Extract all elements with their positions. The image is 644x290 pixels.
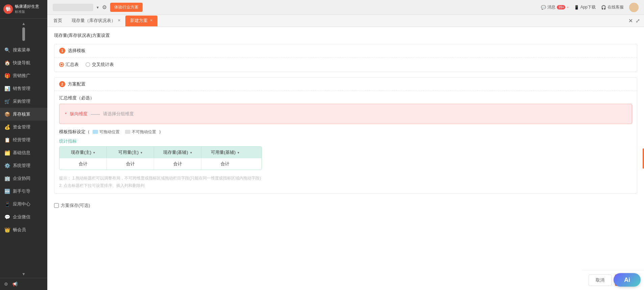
sidebar-item-inventory[interactable]: 📦 库存核算 [0,108,47,121]
stats-table-header: 现存量(主) ▾ 可用量(主) ▾ 现存量(基辅) ▾ [59,147,262,158]
sidebar-bottom[interactable]: ⚙ 📢 [0,278,47,290]
tab-new-scheme[interactable]: 新建方案 ✕ [125,16,157,26]
sidebar-item-finance[interactable]: 💰 资金管理 [0,121,47,134]
scroll-thumb [22,27,25,41]
sidebar-scroll-top[interactable]: ▲ [0,19,47,44]
sidebar-item-purchase[interactable]: 🛒 采购管理 [0,95,47,108]
sidebar-item-app-center[interactable]: 📱 应用中心 [0,198,47,211]
section2-body: 汇总维度（必选） * 纵向维度 —— 请选择分组维度 模板指标设定（ [54,91,637,193]
money-icon: 💰 [4,124,10,130]
topbar-left: ▾ ⚙ 体验行业方案 [53,3,143,12]
sidebar-item-basic-info[interactable]: 🗂️ 基础信息 [0,146,47,159]
sidebar-item-enterprise[interactable]: 🏢 企业协同 [0,172,47,185]
cancel-button[interactable]: 取消 [589,274,612,286]
radio-summary-label: 汇总表 [66,62,79,68]
radio-summary[interactable]: 汇总表 [59,62,79,68]
scroll-up-icon[interactable]: ▲ [22,21,26,26]
indicator-legend: 可拖动位置 不可拖动位置 [93,129,156,135]
stats-col-available-main-label: 可用量(主) [118,149,139,155]
sidebar-item-label: 销售管理 [13,86,30,92]
dropdown-icon[interactable]: ▾ [97,5,99,10]
customer-service-item[interactable]: 🎧 在线客服 [601,4,624,10]
main-area: ▾ ⚙ 体验行业方案 💬 消息 99+ + 📱 App下载 🎧 在线客服 [47,0,644,290]
topbar-gear-icon[interactable]: ⚙ [102,4,107,10]
app-name: 畅康通好生意 [15,4,39,9]
sidebar-item-search[interactable]: 🔍 搜索菜单 [0,44,47,56]
chevron-down-icon-1[interactable]: ▾ [141,151,142,154]
save-checkbox[interactable] [54,203,59,208]
tab-new-scheme-close-icon[interactable]: ✕ [150,18,153,23]
tab-inventory-status[interactable]: 现存量（库存状况表） ✕ [67,16,125,26]
radio-crosstab-label: 交叉统计表 [92,62,114,68]
tab-close-icon[interactable]: ✕ [628,18,633,24]
sidebar-item-wechat[interactable]: 💬 企业微信 [0,211,47,223]
app-download-item[interactable]: 📱 App下载 [574,4,596,10]
sidebar-scroll-bottom[interactable]: ▼ [0,270,47,278]
headset-icon: 🎧 [601,5,606,10]
radio-crosstab[interactable]: 交叉统计表 [85,62,114,68]
content-area: 现存量(库存状况表)方案设置 1 选择模板 汇总表 交叉统计表 [47,27,644,290]
chart-icon: 📊 [4,86,10,92]
sidebar-item-system[interactable]: ⚙️ 系统管理 [0,159,47,172]
app-logo: 畅 畅康通好生意 标准版 [0,0,47,19]
tab-inventory-label: 现存量（库存状况表） [72,18,116,24]
sidebar-item-member[interactable]: 👑 畅会员 [0,223,47,236]
sidebar-item-quick-nav[interactable]: 🏠 快捷导航 [0,56,47,69]
chevron-down-icon-3[interactable]: ▾ [238,151,239,154]
section-select-template: 1 选择模板 汇总表 交叉统计表 [54,44,637,72]
tab-inventory-close-icon[interactable]: ✕ [118,18,121,23]
save-option: 方案保存(可选) [54,199,637,212]
chat-icon: 💬 [4,214,10,220]
section2-badge: 2 [59,81,65,87]
sidebar-item-label: 营销推广 [13,73,30,79]
search-input[interactable] [53,4,93,11]
settings-icon[interactable]: ⚙ [4,282,8,287]
messages-badge: 99+ [557,5,565,9]
tab-expand-icon[interactable]: ⤢ [636,18,640,24]
dim-label-text: 汇总维度（必选） [59,95,94,100]
stats-col-current-aux[interactable]: 现存量(基辅) ▾ [154,147,201,158]
messages-item[interactable]: 💬 消息 99+ + [541,4,568,10]
tip-1: 提示： 1.拖动标题栏可以调整布局，不可跨维度或指标区域拖动栏目字段(只能在同一… [59,175,632,182]
topbar: ▾ ⚙ 体验行业方案 💬 消息 99+ + 📱 App下载 🎧 在线客服 [47,0,644,15]
app-edition: 标准版 [15,9,39,14]
sidebar-item-new-guide[interactable]: 🆕 新手引导 [0,185,47,198]
dim-divider: —— [91,112,100,117]
dim-box[interactable]: * 纵向维度 —— 请选择分组维度 [59,104,632,124]
legend-fixed-box [125,130,130,134]
speaker-icon[interactable]: 📢 [12,282,18,287]
gift-icon: 🎁 [4,73,10,79]
sidebar-item-label: 企业微信 [13,214,30,220]
stats-table-body: 合计 合计 合计 合计 [59,158,262,170]
sidebar-item-operations[interactable]: 📋 经营管理 [0,134,47,146]
user-avatar[interactable] [629,3,639,12]
industry-btn[interactable]: 体验行业方案 [110,3,143,12]
chevron-down-icon-0[interactable]: ▾ [93,151,95,154]
sidebar-item-sales[interactable]: 📊 销售管理 [0,82,47,95]
customer-service-label: 在线客服 [608,4,624,10]
stats-col-available-aux[interactable]: 可用量(基辅) ▾ [201,147,249,158]
dim-placeholder: 请选择分组维度 [103,111,134,117]
sidebar-item-label: 系统管理 [13,163,30,169]
sidebar-item-label: 采购管理 [13,98,30,104]
sidebar-item-label: 企业协同 [13,175,30,182]
legend-fixed-label: 不可拖动位置 [132,129,156,135]
stats-col-current-main[interactable]: 现存量(主) ▾ [59,147,107,158]
legend-fixed: 不可拖动位置 [125,129,156,135]
stats-body-cell-2: 合计 [154,158,201,170]
topbar-right: 💬 消息 99+ + 📱 App下载 🎧 在线客服 [541,3,639,12]
ai-badge[interactable]: Ai [614,273,641,287]
sidebar-item-label: 畅会员 [13,227,26,233]
sidebar-item-label: 经营管理 [13,137,30,143]
dim-label: 汇总维度（必选） [59,95,632,101]
chevron-down-icon-2[interactable]: ▾ [190,151,192,154]
tab-new-scheme-label: 新建方案 [130,18,148,24]
indicator-settings: 模板指标设定（ 可拖动位置 不可拖动位置 ） [59,129,632,170]
dim-field-label: 纵向维度 [70,111,88,117]
tab-home[interactable]: 首页 [49,16,67,26]
stats-col-available-main[interactable]: 可用量(主) ▾ [107,147,154,158]
sidebar-item-label: 快捷导航 [13,60,30,66]
scroll-down-icon[interactable]: ▼ [22,272,26,276]
sidebar-item-label: 新手引导 [13,188,30,194]
sidebar-item-marketing[interactable]: 🎁 营销推广 [0,69,47,82]
